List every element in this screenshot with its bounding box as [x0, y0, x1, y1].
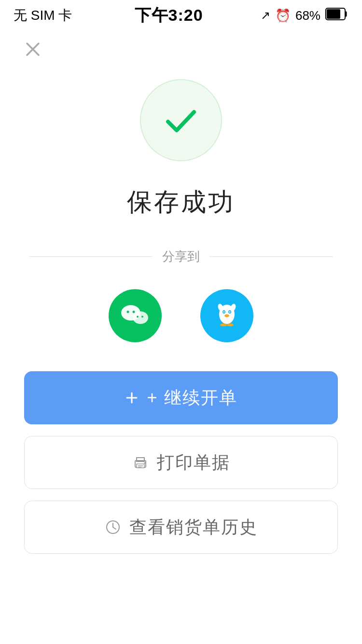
print-button[interactable]: 打印单据: [24, 436, 338, 489]
svg-point-9: [137, 316, 139, 318]
qq-share-button[interactable]: [200, 289, 253, 342]
svg-point-10: [141, 316, 143, 318]
svg-point-16: [224, 314, 229, 317]
printer-icon: [132, 454, 149, 471]
share-section: 分享到: [0, 248, 362, 342]
status-right: ↗ ⏰ 68%: [261, 8, 348, 24]
svg-point-14: [223, 311, 225, 313]
qq-icon: [211, 300, 243, 332]
continue-button[interactable]: + 继续开单: [24, 371, 338, 424]
success-circle: [140, 79, 222, 161]
svg-point-28: [144, 462, 146, 464]
battery-percent: 68%: [295, 8, 320, 23]
divider-left: [29, 256, 153, 257]
history-button[interactable]: 查看销货单历史: [24, 501, 338, 554]
carrier-text: 无 SIM 卡: [14, 6, 72, 25]
svg-point-8: [133, 311, 135, 313]
battery-icon: [325, 8, 348, 24]
share-label: 分享到: [162, 248, 200, 265]
wechat-icon: [119, 302, 151, 329]
location-icon: ↗: [261, 9, 270, 22]
main-content: 保存成功 分享到: [0, 31, 362, 554]
share-icons: [109, 289, 253, 342]
action-buttons: + 继续开单 打印单据: [0, 371, 362, 554]
status-left: 无 SIM 卡: [14, 6, 77, 25]
plus-icon: [125, 391, 139, 405]
history-label: 查看销货单历史: [129, 516, 258, 539]
clock-icon: [104, 518, 122, 536]
close-button[interactable]: [19, 36, 46, 63]
status-bar: 无 SIM 卡 下午3:20 ↗ ⏰ 68%: [0, 0, 362, 31]
checkmark-icon: [159, 98, 203, 142]
continue-label: + 继续开单: [147, 386, 237, 410]
wechat-share-button[interactable]: [109, 289, 162, 342]
svg-point-19: [220, 323, 227, 326]
divider-right: [209, 256, 333, 257]
status-time: 下午3:20: [135, 4, 203, 27]
success-title: 保存成功: [127, 185, 235, 219]
svg-line-31: [113, 527, 116, 529]
svg-point-6: [133, 311, 148, 324]
svg-point-20: [227, 323, 234, 326]
svg-point-15: [229, 311, 231, 313]
share-divider: 分享到: [0, 248, 362, 265]
svg-point-7: [127, 311, 129, 313]
print-label: 打印单据: [157, 451, 230, 475]
svg-rect-2: [327, 9, 340, 19]
alarm-icon: ⏰: [275, 8, 291, 23]
